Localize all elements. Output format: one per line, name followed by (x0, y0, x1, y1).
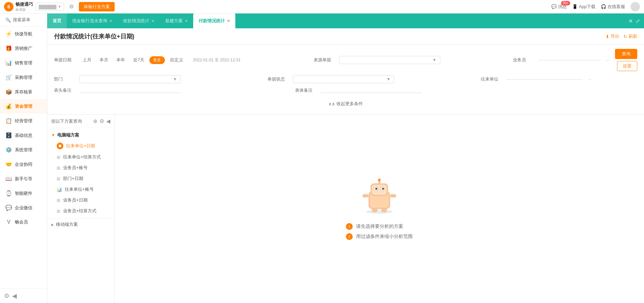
top-bar-left: 6 畅捷通巧 标准版 ▓▓▓▓▓▓ ▼ ⚙ 体验行业方案 (4, 1, 115, 12)
filter-row-date: 单据日期 上月 本月 本年 近7天 更多 自定义 2022-01-01 至 20… (54, 49, 637, 71)
collapse-more-button[interactable]: ∧∧ 收起更多条件 (54, 97, 637, 110)
status-select[interactable]: ▼ (293, 75, 394, 83)
date-option-last-month[interactable]: 上月 (80, 56, 94, 64)
sidebar-search[interactable]: 🔍 搜索菜单 (0, 13, 47, 27)
app-download-button[interactable]: 📱 App下载 (572, 4, 595, 10)
date-option-this-year[interactable]: 本年 (113, 56, 128, 64)
sidebar-item-marketing[interactable]: 🎁 营销推广 (0, 41, 47, 56)
sidebar-item-label: 系统管理 (15, 147, 32, 153)
scheme-item-salesman-date[interactable]: ⊞ 业务员+日期 (47, 195, 114, 206)
tab-home[interactable]: 首页 (47, 13, 67, 28)
sidebar-item-label: 营销推广 (15, 46, 32, 52)
sidebar-item-label: 快捷导航 (15, 31, 32, 37)
sidebar-item-basic-info[interactable]: 🗄️ 基础信息 (0, 128, 47, 143)
sidebar-item-hardware[interactable]: ⌚ 智能硬件 (0, 186, 47, 201)
sidebar-item-label: 企业微信 (15, 205, 32, 211)
scheme-item-salesman-settle[interactable]: ⊞ 业务员+结算方式 (47, 206, 114, 216)
search-icon: 🔍 (5, 18, 11, 23)
sidebar-item-label: 采购管理 (15, 74, 32, 81)
empty-illustration (359, 178, 400, 215)
close-tab-action[interactable]: ✕ (628, 18, 633, 24)
export-button[interactable]: ⬇ 导出 (606, 33, 619, 39)
tab-home-label: 首页 (53, 18, 61, 24)
scheme-mobile-group[interactable]: ▶ 移动端方案 (47, 218, 114, 230)
date-label: 单据日期 (54, 57, 74, 63)
date-option-this-month[interactable]: 本月 (96, 56, 111, 64)
partner-input-area[interactable] (506, 79, 582, 80)
online-service-button[interactable]: 🎧 在线客服 (601, 4, 625, 10)
trial-button[interactable]: 体验行业方案 (79, 2, 115, 11)
scheme-settings-icon[interactable]: ⚙ (99, 118, 104, 124)
date-range-text: 2022-01-01 至 2022-12-31 (193, 57, 240, 63)
capital-icon: 💰 (5, 103, 12, 110)
chevron-down-icon: ▼ (58, 5, 61, 8)
sidebar-item-enterprise[interactable]: 🤝 企业协同 (0, 157, 47, 172)
query-button[interactable]: 查询 (615, 49, 637, 59)
sidebar-bottom: ⚙ ◀ (0, 289, 47, 303)
sidebar-item-system[interactable]: ⚙️ 系统管理 (0, 143, 47, 157)
user-avatar[interactable] (631, 2, 640, 11)
collapse-scheme-icon[interactable]: ◀ (106, 118, 110, 124)
date-option-custom[interactable]: 自定义 (167, 56, 186, 64)
salesperson-input-area[interactable] (538, 60, 601, 60)
date-options: 上月 本月 本年 近7天 更多 自定义 (80, 56, 186, 64)
close-receipt-stats-tab[interactable]: ✕ (151, 19, 154, 23)
sidebar-item-sales[interactable]: 📊 销售管理 (0, 56, 47, 70)
dept-select[interactable]: ▼ (80, 75, 181, 83)
scheme-item-partner-settle[interactable]: ⊞ 往来单位+结算方式 (47, 152, 114, 162)
svg-point-0 (366, 210, 393, 214)
sidebar-item-capital[interactable]: 💰 资金管理 (0, 99, 47, 114)
sidebar-item-guide[interactable]: 📖 新手引导 (0, 172, 47, 186)
remark-body-input[interactable] (321, 88, 422, 93)
tab-payment-stats[interactable]: 付款情况统计 ✕ (193, 13, 235, 28)
svg-rect-11 (362, 194, 369, 198)
close-new-plan-tab[interactable]: ✕ (185, 19, 188, 23)
sidebar-item-member[interactable]: V 畅会员 (0, 215, 47, 229)
scheme-item-partner-date[interactable]: 往来单位+日期 (47, 140, 114, 152)
filter-settings-button[interactable]: 设置 (617, 61, 637, 71)
scheme-item-dept-date[interactable]: ⊞ 部门+日期 (47, 173, 114, 184)
salesperson-ellipsis[interactable]: ··· (606, 58, 610, 63)
messages-button[interactable]: 💬 消息 99+ (551, 4, 567, 10)
scheme-item-partner-account[interactable]: 📊 往来单位+账号 (47, 184, 114, 195)
sidebar-item-purchase[interactable]: 🛒 采购管理 (0, 70, 47, 85)
empty-steps: 1 请先选择要分析的方案 2 用过滤条件来缩小分析范围 (346, 223, 413, 240)
expand-tab-action[interactable]: ⤢ (636, 18, 640, 24)
partner-label: 往来单位 (481, 76, 501, 82)
remark-head-input[interactable] (80, 88, 181, 93)
source-select[interactable]: ▼ (339, 56, 440, 64)
scheme-item-dept-date-label: 部门+日期 (63, 176, 83, 182)
refresh-button[interactable]: ↻ 刷新 (623, 33, 637, 39)
collapse-sidebar-icon[interactable]: ◀ (12, 292, 17, 300)
sidebar-item-label: 基础信息 (15, 132, 32, 139)
sidebar-item-wechat[interactable]: 💬 企业微信 (0, 201, 47, 215)
system-icon: ⚙️ (5, 147, 12, 153)
scheme-desktop-group: ▼ 电脑端方案 往来单位+日期 ⊞ 往来单位+结算方式 (47, 128, 114, 218)
close-bank-flow-tab[interactable]: ✕ (109, 19, 112, 23)
workspace-selector[interactable]: ▓▓▓▓▓▓ ▼ (36, 3, 64, 11)
scheme-item-salesman-account[interactable]: ⊞ 业务员+账号 (47, 162, 114, 173)
date-option-more[interactable]: 更多 (149, 56, 165, 64)
scheme-table-icon-2: ⊞ (57, 165, 60, 171)
tab-new-plan[interactable]: 新建方案 ✕ (160, 13, 193, 28)
sidebar-item-inventory[interactable]: 📦 库存核算 (0, 85, 47, 99)
sidebar-item-label: 资金管理 (15, 103, 32, 110)
logo-icon: 6 (4, 2, 13, 11)
add-scheme-icon[interactable]: ⊕ (93, 118, 97, 124)
close-payment-stats-tab[interactable]: ✕ (227, 19, 230, 23)
sidebar-item-quick-nav[interactable]: ⚡ 快捷导航 (0, 27, 47, 41)
scheme-desktop-group-title[interactable]: ▼ 电脑端方案 (47, 130, 114, 140)
basic-info-icon: 🗄️ (5, 132, 12, 139)
scheme-table-icon-5: ⊞ (57, 209, 60, 214)
partner-ellipsis[interactable]: ··· (588, 77, 591, 82)
sidebar-item-label: 销售管理 (15, 60, 32, 66)
date-option-7days[interactable]: 近7天 (130, 56, 147, 64)
settings-bottom-icon[interactable]: ⚙ (4, 292, 9, 300)
remark-body-label: 表体备注 (295, 87, 315, 93)
tab-receipt-stats[interactable]: 收款情况统计 ✕ (118, 13, 160, 28)
sidebar-item-operation[interactable]: 📋 经营管理 (0, 114, 47, 128)
content-area: 首页 现金银行流水查询 ✕ 收款情况统计 ✕ 新建方案 ✕ 付款情况统计 ✕ ✕… (47, 13, 644, 303)
settings-gear-icon[interactable]: ⚙ (67, 2, 76, 11)
tab-bank-flow[interactable]: 现金银行流水查询 ✕ (67, 13, 118, 28)
active-scheme-dot-inner (59, 145, 61, 147)
